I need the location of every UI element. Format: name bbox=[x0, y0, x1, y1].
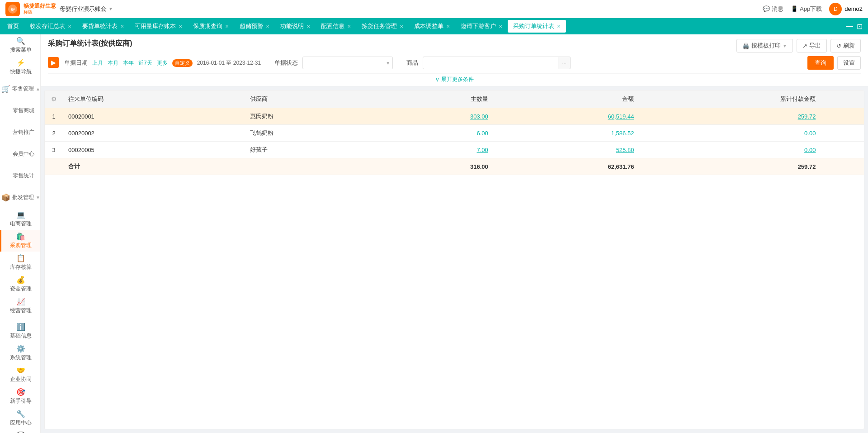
sidebar-item-purchase[interactable]: 🛍️ 采购管理 bbox=[0, 230, 40, 252]
close-icon[interactable]: ✕ bbox=[400, 24, 403, 29]
tab-home[interactable]: 首页 bbox=[2, 20, 24, 33]
sidebar-label: 经营管理 bbox=[10, 307, 32, 314]
td-paid-amount: 259.72 bbox=[639, 108, 821, 125]
sidebar-item-basic[interactable]: ℹ️ 基础信息 bbox=[0, 320, 40, 342]
sidebar-item-search[interactable]: 🔍 搜索菜单 bbox=[0, 34, 40, 56]
td-extra bbox=[821, 125, 864, 142]
sidebar-item-app-center[interactable]: 🔧 应用中心 bbox=[0, 407, 40, 429]
user-profile[interactable]: D demo2 bbox=[829, 3, 863, 15]
export-icon: ↗ bbox=[802, 43, 807, 49]
date-shortcut-7days[interactable]: 近7天 bbox=[138, 59, 152, 67]
quantity-link[interactable]: 303.00 bbox=[470, 113, 488, 120]
status-select[interactable] bbox=[302, 57, 393, 69]
date-shortcut-last-month[interactable]: 上月 bbox=[92, 59, 103, 67]
paid-link[interactable]: 0.00 bbox=[804, 130, 816, 137]
quantity-link[interactable]: 6.00 bbox=[477, 130, 488, 137]
paid-link[interactable]: 259.72 bbox=[798, 113, 816, 120]
print-button[interactable]: 🖨️ 按模板打印 ▼ bbox=[736, 39, 793, 52]
td-quantity: 303.00 bbox=[380, 108, 494, 125]
sidebar-label: 应用中心 bbox=[10, 419, 32, 427]
paid-link[interactable]: 0.00 bbox=[804, 147, 816, 153]
close-icon[interactable]: ✕ bbox=[225, 24, 229, 29]
close-icon[interactable]: ✕ bbox=[266, 24, 269, 29]
close-icon[interactable]: ✕ bbox=[68, 24, 71, 29]
tab-overstock-warning[interactable]: 超储预警 ✕ bbox=[234, 20, 275, 33]
export-button[interactable]: ↗ 导出 bbox=[797, 39, 827, 52]
tab-goods-stat[interactable]: 要货单统计表 ✕ bbox=[77, 20, 129, 33]
tab-invite-downstream[interactable]: 邀请下游客户 ✕ bbox=[455, 20, 508, 33]
goods-ellipsis-button[interactable]: ··· bbox=[558, 57, 571, 69]
avatar: D bbox=[829, 3, 842, 15]
td-index: 2 bbox=[45, 125, 63, 142]
workspace-selector[interactable]: 母婴行业演示账套 ▼ bbox=[60, 5, 113, 13]
refresh-button[interactable]: ↺ 刷新 bbox=[830, 39, 861, 52]
sidebar-item-shortcut[interactable]: ⚡ 快捷导航 bbox=[0, 56, 40, 78]
tab-function-desc[interactable]: 功能说明 ✕ bbox=[275, 20, 316, 33]
sidebar-label: 电商管理 bbox=[10, 220, 32, 228]
tab-config-info[interactable]: 配置信息 ✕ bbox=[316, 20, 356, 33]
footer-quantity: 316.00 bbox=[380, 158, 494, 175]
quantity-link[interactable]: 7.00 bbox=[477, 147, 488, 153]
tab-inventory-ledger[interactable]: 可用量库存账本 ✕ bbox=[129, 20, 188, 33]
date-shortcut-this-month[interactable]: 本月 bbox=[108, 59, 118, 67]
filter-toggle-button[interactable]: ▶ bbox=[48, 57, 59, 68]
app-logo: 好 bbox=[5, 2, 20, 16]
sidebar-label: 采购管理 bbox=[10, 242, 32, 249]
tab-label: 可用量库存账本 bbox=[135, 22, 176, 30]
sidebar-item-retail-mall[interactable]: 零售商城 bbox=[0, 100, 40, 121]
close-icon[interactable]: ✕ bbox=[499, 24, 502, 29]
expand-more-button[interactable]: ∨ 展开更多条件 bbox=[435, 76, 474, 83]
collapse-icon: ▼ bbox=[36, 195, 40, 200]
message-button[interactable]: 💬 消息 bbox=[763, 5, 783, 13]
sidebar-item-ecommerce[interactable]: 💻 电商管理 bbox=[0, 208, 40, 230]
sidebar-item-retail-stat[interactable]: 零售统计 bbox=[0, 165, 40, 186]
close-icon[interactable]: ✕ bbox=[120, 24, 124, 29]
date-custom-tag[interactable]: 自定义 bbox=[172, 59, 193, 67]
td-amount: 525.80 bbox=[494, 142, 640, 158]
tab-cost-adjust[interactable]: 成本调整单 ✕ bbox=[409, 20, 455, 33]
sidebar-item-marketing[interactable]: 营销推广 bbox=[0, 121, 40, 143]
tab-purchase-stat[interactable]: 采购订单统计表 ✕ bbox=[508, 20, 566, 33]
sidebar-item-wechat[interactable]: 💬 企业微信 bbox=[0, 429, 40, 433]
date-range: 2016-01-01 至 2023-12-31 bbox=[197, 59, 261, 67]
date-shortcut-this-year[interactable]: 本年 bbox=[123, 59, 134, 67]
th-amount: 金额 bbox=[494, 90, 640, 108]
amount-link[interactable]: 60,519.44 bbox=[608, 113, 634, 120]
amount-link[interactable]: 525.80 bbox=[616, 147, 634, 153]
minimize-icon[interactable]: — bbox=[846, 22, 853, 30]
th-quantity: 主数量 bbox=[380, 90, 494, 108]
close-icon[interactable]: ✕ bbox=[179, 24, 182, 29]
tab-expiry-query[interactable]: 保质期查询 ✕ bbox=[188, 20, 234, 33]
th-unit-code: 往来单位编码 bbox=[63, 90, 245, 108]
settings-icon[interactable]: ⚙ bbox=[51, 95, 57, 103]
close-icon[interactable]: ✕ bbox=[446, 24, 450, 29]
sidebar-label: 资金管理 bbox=[10, 285, 32, 293]
table-row: 2 00020002 飞鹤奶粉 6.00 1,586.52 0.00 bbox=[45, 125, 864, 142]
date-shortcut-more[interactable]: 更多 bbox=[157, 59, 168, 67]
sidebar-item-operation[interactable]: 📈 经营管理 bbox=[0, 295, 40, 317]
sidebar-item-system[interactable]: ⚙️ 系统管理 bbox=[0, 342, 40, 364]
setting-button[interactable]: 设置 bbox=[837, 56, 861, 70]
goods-input[interactable] bbox=[423, 57, 558, 69]
amount-link[interactable]: 1,586.52 bbox=[611, 130, 634, 137]
app-download-button[interactable]: 📱 App下载 bbox=[791, 5, 822, 13]
maximize-icon[interactable]: ⊡ bbox=[857, 22, 863, 31]
tab-receive-summary[interactable]: 收发存汇总表 ✕ bbox=[24, 20, 77, 33]
sidebar-item-inventory[interactable]: 📋 库存核算 bbox=[0, 252, 40, 273]
sidebar-item-member[interactable]: 会员中心 bbox=[0, 143, 40, 165]
th-supplier: 供应商 bbox=[245, 90, 380, 108]
tab-picking-task[interactable]: 拣货任务管理 ✕ bbox=[356, 20, 409, 33]
top-bar: 好 畅捷通好生意 标版 母婴行业演示账套 ▼ 💬 消息 📱 App下载 D de… bbox=[0, 0, 868, 18]
close-icon[interactable]: ✕ bbox=[307, 24, 310, 29]
query-button[interactable]: 查询 bbox=[807, 56, 834, 70]
goods-label: 商品 bbox=[406, 59, 418, 67]
close-icon[interactable]: ✕ bbox=[347, 24, 351, 29]
sidebar-item-guide[interactable]: 🎯 新手引导 bbox=[0, 385, 40, 407]
close-icon[interactable]: ✕ bbox=[557, 24, 561, 29]
expand-bar: ∨ 展开更多条件 bbox=[48, 73, 861, 86]
sidebar-item-cooperation[interactable]: 🤝 企业协同 bbox=[0, 364, 40, 385]
tab-label: 拣货任务管理 bbox=[362, 22, 397, 30]
sidebar-item-retail[interactable]: 🛒 零售管理 ▲ bbox=[0, 78, 40, 100]
sidebar-item-wholesale[interactable]: 📦 批发管理 ▼ bbox=[0, 186, 40, 208]
sidebar-item-finance[interactable]: 💰 资金管理 bbox=[0, 273, 40, 295]
